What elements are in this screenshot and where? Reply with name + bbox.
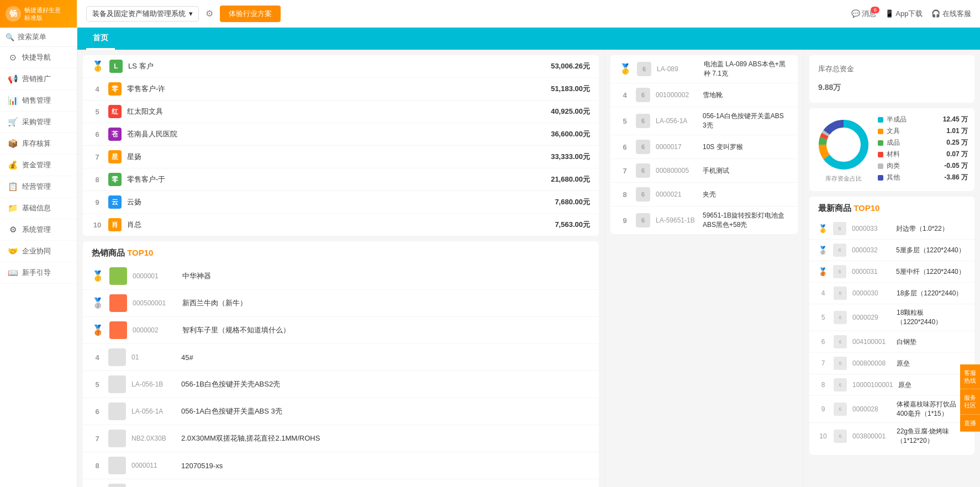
medal-icon: 🥉 bbox=[92, 324, 104, 336]
rank-number: 4 bbox=[92, 85, 103, 93]
sidebar-item-销售管理[interactable]: 📊 销售管理 bbox=[0, 90, 77, 112]
sidebar-item-新手引导[interactable]: 📖 新手引导 bbox=[0, 262, 77, 284]
legend-value: 0.07 万 bbox=[946, 150, 968, 159]
sidebar-item-营销推广[interactable]: 📢 营销推广 bbox=[0, 68, 77, 90]
sidebar-item-快捷导航[interactable]: ⊙ 快捷导航 bbox=[0, 47, 77, 68]
float-button[interactable]: 服务 社区 bbox=[960, 389, 980, 415]
latest-product-item: 6 6 004100001 白钢垫 bbox=[809, 331, 974, 353]
product-thumbnail bbox=[108, 430, 126, 447]
product-name: 056-1A白色按键开关盖ABS 3壳 bbox=[181, 406, 590, 416]
product-thumbnail bbox=[109, 294, 127, 312]
system-selector[interactable]: 装备及固定资产辅助管理系统 ▾ bbox=[86, 6, 199, 22]
customer-amount: 7,563.00元 bbox=[555, 220, 590, 230]
hot-product-item: 9 KK-SD22110H 花语萌偶温分腿睡袋（厚款） bbox=[83, 479, 599, 487]
rank-number: 9 bbox=[92, 198, 103, 207]
logo-text: 畅捷通好生意 标准版 bbox=[24, 6, 61, 22]
product-icon: 6 bbox=[834, 357, 847, 370]
product-icon: 6 bbox=[834, 430, 847, 443]
sidebar-item-企业协同[interactable]: 🤝 企业协同 bbox=[0, 241, 77, 262]
app-download[interactable]: 📱 App下载 bbox=[885, 9, 923, 19]
hot-product-item: 4 01 45# bbox=[83, 344, 599, 371]
product-name: 59651-1B旋转投影灯电池盒ABS黑色+58壳 bbox=[703, 211, 789, 230]
product-code: 003800001 bbox=[852, 432, 891, 440]
message-badge-wrap[interactable]: 💬 消息 6 bbox=[851, 9, 877, 19]
product-code: 0000033 bbox=[852, 225, 891, 232]
float-button[interactable]: 客服 热线 bbox=[960, 364, 980, 390]
online-service[interactable]: 🎧 在线客服 bbox=[931, 9, 971, 19]
sidebar-item-经营管理[interactable]: 📋 经营管理 bbox=[0, 176, 77, 198]
product-name: 夹壳 bbox=[703, 190, 789, 199]
product-icon: 6 bbox=[636, 140, 650, 154]
trial-button[interactable]: 体验行业方案 bbox=[220, 6, 281, 22]
rank-number: 4 bbox=[619, 91, 630, 99]
latest-product-item: 10 6 003800001 22g鱼豆腐·烧烤味（1*12*20） bbox=[809, 423, 974, 449]
hot-sales-card: 🥇 6 LA-089 电池盖 LA-089 ABS本色+黑种 7.1克4 6 0… bbox=[610, 55, 798, 234]
product-name: 5厘中纤（1220*2440） bbox=[896, 267, 966, 277]
product-icon: 6 bbox=[834, 287, 847, 300]
product-name: 雪地靴 bbox=[703, 91, 789, 100]
nav-label: 系统管理 bbox=[22, 225, 51, 235]
hot-sales-item: 9 6 LA-59651-1B 59651-1B旋转投影灯电池盒ABS黑色+58… bbox=[610, 207, 798, 234]
medal-icon: 🥈 bbox=[818, 246, 828, 255]
product-code: LA-056-1A bbox=[656, 117, 697, 125]
float-buttons: 客服 热线服务 社区直播 bbox=[960, 364, 980, 432]
hot-product-item: 6 LA-056-1A 056-1A白色按键开关盖ABS 3壳 bbox=[83, 398, 599, 425]
product-code: 004100001 bbox=[852, 338, 891, 346]
legend-category-name: 材料 bbox=[887, 150, 943, 159]
main-area: 装备及固定资产辅助管理系统 ▾ ⚙ 体验行业方案 💬 消息 6 📱 App下载 … bbox=[77, 0, 980, 487]
latest-products-card: 最新商品 TOP10 🥇 6 0000033 封边带（1.0*22）🥈 6 00… bbox=[809, 197, 974, 455]
product-name: 白钢垫 bbox=[897, 337, 966, 347]
hot-sales-item: 4 6 001000002 雪地靴 bbox=[610, 83, 798, 107]
gear-icon[interactable]: ⚙ bbox=[206, 8, 213, 19]
product-name: 2.0X30MM双搓花轴,搓花直径2.1MM/ROHS bbox=[181, 433, 590, 443]
rank-badge: 云 bbox=[108, 195, 122, 209]
nav-label: 销售管理 bbox=[22, 96, 51, 105]
latest-products-title: 最新商品 TOP10 bbox=[809, 197, 974, 218]
rank-badge: 零 bbox=[108, 82, 122, 96]
product-name: 手机测试 bbox=[703, 166, 789, 176]
product-code: 0000001 bbox=[133, 272, 177, 280]
product-code: LA-056-1B bbox=[131, 380, 176, 388]
hot-sales-item: 8 6 0000021 夹壳 bbox=[610, 183, 798, 207]
donut-legend: 半成品 12.45 万 文具 1.01 万 成品 0.25 万 材料 0.07 … bbox=[878, 115, 968, 184]
product-code: 0000002 bbox=[133, 326, 177, 334]
nav-icon: 🛒 bbox=[8, 117, 18, 127]
ranking-item: 9 云 云扬 7,680.00元 bbox=[83, 191, 599, 214]
product-icon: 6 bbox=[636, 163, 650, 178]
medal-icon: 🥇 bbox=[92, 270, 104, 282]
sidebar-item-资金管理[interactable]: 💰 资金管理 bbox=[0, 155, 77, 176]
home-tab[interactable]: 首页 bbox=[86, 28, 115, 50]
hot-product-item: 🥇 0000001 中华神器 bbox=[83, 263, 599, 290]
product-code: 0000021 bbox=[656, 190, 697, 198]
nav-icon: 📖 bbox=[8, 268, 18, 278]
rank-number: 6 bbox=[818, 338, 828, 346]
legend-category-name: 文具 bbox=[887, 126, 943, 136]
search-menu[interactable]: 🔍 搜索菜单 bbox=[0, 28, 77, 47]
product-icon: 6 bbox=[636, 187, 650, 202]
product-name: 新西兰牛肉（新牛） bbox=[182, 298, 590, 308]
legend-color bbox=[878, 152, 883, 157]
rank-number: 9 bbox=[619, 216, 630, 225]
sidebar-item-库存核算[interactable]: 📦 库存核算 bbox=[0, 133, 77, 155]
float-button[interactable]: 直播 bbox=[960, 415, 980, 432]
customer-amount: 21,680.00元 bbox=[551, 174, 590, 184]
sidebar-item-基础信息[interactable]: 📁 基础信息 bbox=[0, 198, 77, 219]
nav-label: 库存核算 bbox=[22, 139, 51, 149]
right-panel: 库存总资金 9.88万 bbox=[803, 50, 980, 487]
latest-product-item: 🥈 6 0000032 5厘多层（1220*2440） bbox=[809, 240, 974, 261]
nav-icon: ⚙ bbox=[8, 225, 18, 235]
sidebar-item-系统管理[interactable]: ⚙ 系统管理 bbox=[0, 219, 77, 241]
sidebar-item-采购管理[interactable]: 🛒 采购管理 bbox=[0, 112, 77, 133]
inventory-total-label: 库存总资金 bbox=[818, 64, 966, 74]
rank-number: 5 bbox=[619, 117, 630, 125]
product-icon: 6 bbox=[834, 403, 847, 416]
legend-value: -3.86 万 bbox=[944, 173, 968, 182]
product-thumbnail bbox=[108, 403, 126, 420]
nav-label: 基础信息 bbox=[22, 203, 51, 213]
product-icon: 6 bbox=[637, 62, 651, 76]
nav-icon: 📋 bbox=[8, 182, 18, 192]
product-name: 5厘多层（1220*2440） bbox=[896, 246, 966, 255]
customer-name: 云扬 bbox=[127, 197, 549, 207]
system-name: 装备及固定资产辅助管理系统 bbox=[92, 9, 186, 19]
nav-label: 新手引导 bbox=[22, 268, 51, 278]
